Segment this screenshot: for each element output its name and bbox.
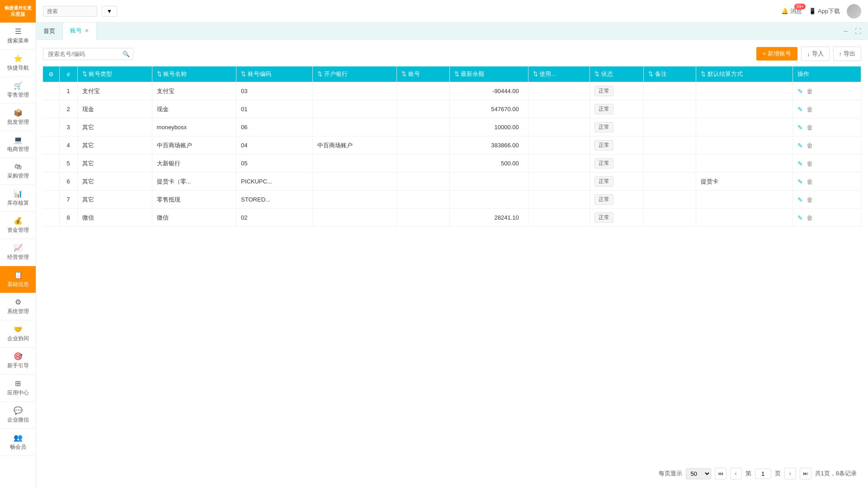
cell-usage	[528, 100, 590, 118]
sidebar-item-quick-nav[interactable]: ⭐ 快捷导航	[0, 50, 36, 77]
edit-btn[interactable]: ✎	[797, 106, 803, 113]
sidebar-item-finance-mgmt[interactable]: 💰 资金管理	[0, 212, 36, 239]
col-type[interactable]: ⇅ 账号类型	[77, 66, 152, 82]
col-bank[interactable]: ⇅ 开户银行	[312, 66, 397, 82]
tab-minimize-btn[interactable]: ─	[841, 27, 850, 36]
col-settings[interactable]: ⚙	[43, 66, 59, 82]
col-usage[interactable]: ⇅ 使用...	[528, 66, 590, 82]
delete-btn[interactable]: 🗑	[807, 178, 813, 185]
sidebar-item-basic-info[interactable]: 📋 基础信息	[0, 266, 36, 293]
sidebar-item-app-center[interactable]: ⊞ 应用中心	[0, 375, 36, 402]
edit-btn[interactable]: ✎	[797, 142, 803, 149]
sidebar-item-members[interactable]: 👥 畅会员	[0, 429, 36, 456]
sidebar-item-enterprise-agreement[interactable]: 🤝 企业协同	[0, 320, 36, 347]
cell-bank	[312, 155, 397, 173]
content-area: 🔍 + 新增账号 ↓ 导入 ↑ 导出 ⚙ #	[36, 40, 868, 488]
col-notes[interactable]: ⇅ 备注	[644, 66, 696, 82]
search-input[interactable]	[48, 51, 120, 57]
table-row: 5 其它 大新银行 05 500.00 正常 ✎ 🗑	[43, 155, 861, 173]
search-icon[interactable]: 🔍	[123, 51, 130, 57]
delete-btn[interactable]: 🗑	[807, 160, 813, 167]
cell-notes	[644, 82, 696, 100]
tab-maximize-btn[interactable]: ⛶	[853, 27, 863, 36]
cell-account	[397, 118, 449, 136]
first-page-btn[interactable]: ⏮	[715, 468, 726, 479]
cell-default-payment	[696, 209, 793, 227]
col-balance[interactable]: ⇅ 最新余额	[449, 66, 528, 82]
sidebar-item-inventory[interactable]: 📊 库存核算	[0, 185, 36, 212]
cell-default-payment: 提货卡	[696, 173, 793, 191]
sidebar-item-retail-mgmt[interactable]: 🛒 零售管理	[0, 77, 36, 104]
sidebar-item-label: 零售管理	[7, 91, 29, 99]
top-header: ▼ 🔔 消息 99+ 📱 App下载	[36, 0, 868, 23]
cell-default-payment	[696, 82, 793, 100]
header-search-input[interactable]	[43, 6, 97, 17]
cell-type: 其它	[77, 118, 152, 136]
delete-btn[interactable]: 🗑	[807, 124, 813, 131]
cell-balance: 383866.00	[449, 136, 528, 155]
sidebar-item-label: 资金管理	[7, 226, 29, 234]
sidebar-item-search-menu[interactable]: ☰ 搜索菜单	[0, 23, 36, 50]
cell-actions: ✎ 🗑	[793, 173, 861, 191]
cell-type: 微信	[77, 209, 152, 227]
export-icon: ↑	[839, 51, 842, 57]
sidebar-item-enterprise-wechat[interactable]: 💬 企业微信	[0, 402, 36, 429]
sidebar-item-label: 系统管理	[7, 308, 29, 315]
sidebar-item-ecommerce-mgmt[interactable]: 💻 电商管理	[0, 131, 36, 158]
cell-code: PICKUPC...	[236, 173, 313, 191]
prev-page-btn[interactable]: ‹	[730, 468, 742, 479]
cell-status: 正常	[590, 136, 644, 155]
edit-btn[interactable]: ✎	[797, 124, 803, 131]
header-right: 🔔 消息 99+ 📱 App下载	[781, 4, 861, 19]
import-icon: ↓	[807, 51, 810, 57]
sidebar-item-wholesale-mgmt[interactable]: 📦 批发管理	[0, 104, 36, 131]
edit-btn[interactable]: ✎	[797, 160, 803, 167]
add-account-btn[interactable]: + 新增账号	[756, 47, 797, 61]
col-default-payment[interactable]: ⇅ 默认结算方式	[696, 66, 793, 82]
edit-btn[interactable]: ✎	[797, 88, 803, 95]
page-number-input[interactable]	[755, 469, 771, 479]
page-go-label: 第	[745, 469, 751, 478]
cell-name: moneybosx	[152, 118, 236, 136]
cell-status: 正常	[590, 100, 644, 118]
sidebar-item-operations-mgmt[interactable]: 📈 经营管理	[0, 239, 36, 266]
delete-btn[interactable]: 🗑	[807, 214, 813, 221]
import-btn[interactable]: ↓ 导入	[801, 47, 830, 61]
last-page-btn[interactable]: ⏭	[800, 468, 811, 479]
sidebar-item-purchase-mgmt[interactable]: 🛍 采购管理	[0, 158, 36, 185]
delete-btn[interactable]: 🗑	[807, 106, 813, 113]
col-account[interactable]: ⇅ 账号	[397, 66, 449, 82]
tab-home[interactable]: 首页	[36, 23, 63, 40]
wholesale-icon: 📦	[14, 108, 23, 117]
export-btn[interactable]: ↑ 导出	[833, 47, 862, 61]
next-page-btn[interactable]: ›	[784, 468, 796, 479]
pagination: 每页显示 50 20 100 ⏮ ‹ 第 页 › ⏭ 共1页，8条记录	[43, 462, 861, 481]
notification-btn[interactable]: 🔔 消息 99+	[781, 7, 802, 15]
app-download-label: App下载	[818, 7, 840, 15]
sidebar-item-label: 电商管理	[7, 145, 29, 153]
cell-code: 06	[236, 118, 313, 136]
tab-account[interactable]: 账号 ✕	[63, 23, 97, 40]
col-status[interactable]: ⇅ 状态	[590, 66, 644, 82]
tab-account-label: 账号	[70, 27, 82, 35]
sidebar-item-new-guide[interactable]: 🎯 新手引导	[0, 347, 36, 375]
tab-account-close[interactable]: ✕	[85, 28, 89, 34]
header-dropdown-btn[interactable]: ▼	[102, 6, 117, 17]
edit-btn[interactable]: ✎	[797, 178, 803, 185]
sidebar-item-label: 经营管理	[7, 253, 29, 261]
table-header: ⚙ # ⇅ 账号类型 ⇅ 账号名称 ⇅ 账号编码 ⇅ 开户银行 ⇅ 账号 ⇅ 最…	[43, 66, 861, 82]
delete-btn[interactable]: 🗑	[807, 196, 813, 203]
col-name[interactable]: ⇅ 账号名称	[152, 66, 236, 82]
page-size-select[interactable]: 50 20 100	[686, 468, 711, 479]
delete-btn[interactable]: 🗑	[807, 88, 813, 95]
col-code[interactable]: ⇅ 账号编码	[236, 66, 313, 82]
sidebar-item-system-mgmt[interactable]: ⚙ 系统管理	[0, 293, 36, 320]
edit-btn[interactable]: ✎	[797, 214, 803, 221]
sidebar-item-label: 基础信息	[7, 281, 29, 288]
user-avatar[interactable]	[847, 4, 861, 19]
edit-btn[interactable]: ✎	[797, 196, 803, 203]
delete-btn[interactable]: 🗑	[807, 142, 813, 149]
notification-badge: 99+	[794, 4, 806, 9]
cell-usage	[528, 136, 590, 155]
app-download-btn[interactable]: 📱 App下载	[809, 7, 840, 15]
